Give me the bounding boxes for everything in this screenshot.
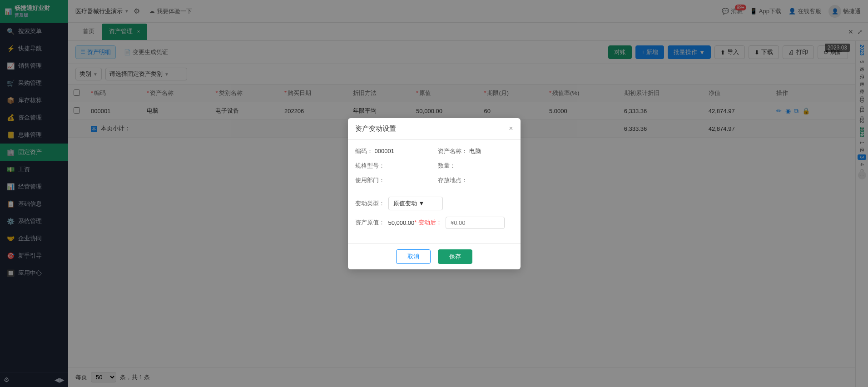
modal-field-asset-name: 资产名称： 电脑: [438, 147, 513, 155]
modal-field-location: 存放地点：: [438, 176, 513, 184]
modal-header: 资产变动设置 ×: [348, 118, 521, 140]
save-button[interactable]: 保存: [438, 249, 472, 264]
modal-title: 资产变动设置: [355, 124, 396, 133]
modal-body: 编码： 000001 资产名称： 电脑 规格型号： 数量：: [348, 140, 521, 243]
asset-change-modal: 资产变动设置 × 编码： 000001 资产名称： 电脑 规格型号：: [348, 118, 521, 269]
save-label: 保存: [449, 253, 461, 260]
location-label: 存放地点：: [438, 176, 467, 184]
modal-row-1: 编码： 000001 资产名称： 电脑: [355, 147, 513, 155]
dept-label: 使用部门：: [355, 176, 385, 184]
modal-divider: [355, 191, 513, 191]
modal-field-dept: 使用部门：: [355, 176, 431, 184]
modal-change-type-row: 变动类型： 原值变动 ▼: [355, 197, 513, 210]
code-value: 000001: [375, 148, 394, 154]
cancel-button[interactable]: 取消: [396, 249, 431, 264]
asset-name-value: 电脑: [469, 147, 481, 155]
modal-close-button[interactable]: ×: [509, 124, 513, 133]
modal-field-spec: 规格型号：: [355, 162, 431, 170]
original-value-label: 资产原值：: [355, 218, 385, 227]
change-type-select[interactable]: 原值变动 ▼: [388, 197, 443, 210]
after-value-field: * 变动后：: [414, 217, 513, 229]
asset-name-label: 资产名称：: [438, 147, 467, 155]
after-label: * 变动后：: [414, 218, 442, 227]
after-value-input[interactable]: [446, 217, 505, 229]
change-type-value: 原值变动: [393, 199, 417, 208]
change-type-arrow: ▼: [419, 200, 425, 207]
spec-label: 规格型号：: [355, 162, 385, 170]
cancel-label: 取消: [407, 253, 419, 260]
quantity-label: 数量：: [438, 162, 456, 170]
modal-row-2: 规格型号： 数量：: [355, 162, 513, 170]
modal-field-code: 编码： 000001: [355, 147, 431, 155]
original-value-display: 50,000.00: [388, 219, 415, 226]
change-type-label: 变动类型：: [355, 199, 385, 208]
modal-footer: 取消 保存: [348, 243, 521, 269]
modal-field-quantity: 数量：: [438, 162, 513, 170]
modal-row-3: 使用部门： 存放地点：: [355, 176, 513, 184]
code-label: 编码：: [355, 147, 373, 155]
modal-values-row: 资产原值： 50,000.00 * 变动后：: [355, 217, 513, 229]
modal-overlay: 资产变动设置 × 编码： 000001 资产名称： 电脑 规格型号：: [0, 0, 868, 387]
